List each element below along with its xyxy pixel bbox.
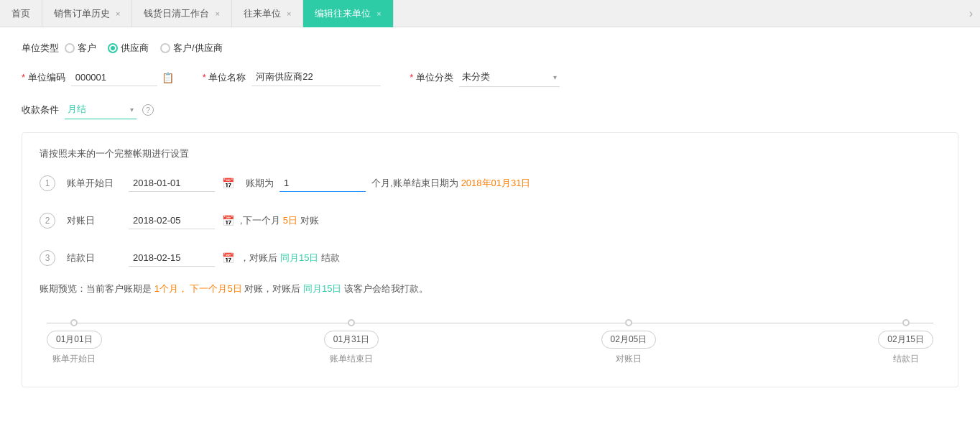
period-months-input[interactable] — [279, 175, 366, 192]
close-tab-edit-partner[interactable]: × — [376, 9, 381, 18]
timeline-dot-1 — [70, 319, 78, 326]
unit-code-input[interactable] — [71, 69, 157, 86]
step-row-2: 2 对账日 📅 ,下一个月5日 对账 — [40, 212, 940, 229]
start-date-input[interactable] — [129, 175, 215, 192]
timeline-item-2: 01月31日 账单结束日 — [324, 310, 379, 365]
reconcile-date-input[interactable] — [129, 212, 215, 229]
close-tab-partner-units[interactable]: × — [287, 9, 291, 18]
unit-name-input[interactable] — [251, 69, 381, 86]
payment-prefix: ，对账后 — [240, 252, 277, 264]
period-settings-section: 请按照未来的一个完整帐期进行设置 1 账单开始日 📅 账期为 个月,账单结束日期… — [22, 132, 958, 387]
step-label-1: 账单开始日 — [67, 177, 117, 190]
reconcile-day-highlight: 5日 — [283, 214, 297, 227]
tab-more-button[interactable]: › — [962, 7, 980, 20]
start-date-calendar-icon[interactable]: 📅 — [222, 178, 234, 189]
radio-circle-customer-supplier — [160, 43, 170, 53]
radio-customer-supplier[interactable]: 客户/供应商 — [160, 42, 223, 55]
timeline-items: 01月01日 账单开始日 01月31日 账单结束日 02月05日 对账日 — [47, 310, 933, 365]
unit-type-label: 单位类型 — [22, 42, 59, 55]
payment-terms-label: 收款条件 — [22, 104, 59, 116]
preview-reconcile-day: 下一个月5日 — [190, 283, 241, 294]
timeline-tag-2: 01月31日 — [324, 331, 379, 349]
unit-code-calendar-icon[interactable]: 📋 — [162, 72, 174, 83]
step-content-3: 📅 ，对账后 同月15日 结款 — [129, 249, 940, 267]
main-content: 单位类型 客户 供应商 客户/供应商 单位编码 📋 单位名称 — [0, 27, 980, 437]
unit-category-value: 未分类 — [462, 70, 550, 83]
period-end-date: 2018年01月31日 — [461, 177, 531, 190]
step-content-1: 📅 账期为 个月,账单结束日期为 2018年01月31日 — [129, 175, 940, 192]
radio-circle-customer — [65, 43, 75, 53]
unit-name-group: 单位名称 — [203, 69, 382, 86]
step-row-1: 1 账单开始日 📅 账期为 个月,账单结束日期为 2018年01月31日 — [40, 175, 940, 192]
timeline-dot-2 — [348, 319, 355, 326]
preview-end-text: 该客户会给我打款。 — [344, 283, 428, 294]
timeline-label-2: 账单结束日 — [330, 353, 373, 365]
tab-home[interactable]: 首页 — [0, 0, 42, 27]
step-row-3: 3 结款日 📅 ，对账后 同月15日 结款 — [40, 249, 940, 267]
payment-date-calendar-icon[interactable]: 📅 — [222, 252, 234, 264]
help-icon[interactable]: ? — [142, 104, 154, 116]
timeline-dot-4 — [902, 319, 910, 326]
unit-category-dropdown[interactable]: 未分类 ▾ — [459, 68, 560, 87]
timeline-item-1: 01月01日 账单开始日 — [47, 310, 102, 365]
radio-label-customer-supplier: 客户/供应商 — [173, 42, 223, 55]
radio-label-supplier: 供应商 — [121, 42, 149, 55]
step-content-2: 📅 ,下一个月5日 对账 — [129, 212, 940, 229]
radio-circle-supplier — [108, 43, 118, 53]
reconcile-prefix: ,下一个月 — [240, 214, 280, 227]
section-instruction: 请按照未来的一个完整帐期进行设置 — [40, 147, 940, 160]
payment-terms-dropdown[interactable]: 月结 ▾ — [65, 100, 137, 119]
tab-sales-history[interactable]: 销售订单历史 × — [42, 0, 132, 27]
preview-label: 账期预览：当前客户账期是 — [40, 283, 152, 294]
timeline-dot-3 — [625, 319, 632, 326]
unit-name-label: 单位名称 — [203, 71, 246, 84]
close-tab-sales-history[interactable]: × — [116, 9, 120, 18]
reconcile-date-calendar-icon[interactable]: 📅 — [222, 215, 234, 226]
tab-cash-clearance[interactable]: 钱货日清工作台 × — [132, 0, 231, 27]
preview-text-row: 账期预览：当前客户账期是 1个月， 下一个月5日 对账，对账后 同月15日 该客… — [40, 274, 940, 295]
payment-day-highlight: 同月15日 — [280, 252, 318, 264]
unit-category-group: 单位分类 未分类 ▾ — [410, 68, 560, 87]
step-label-3: 结款日 — [67, 252, 117, 264]
payment-terms-row: 收款条件 月结 ▾ ? — [22, 100, 958, 119]
period-suffix: 个月,账单结束日期为 — [371, 177, 458, 190]
tab-bar: 首页 销售订单历史 × 钱货日清工作台 × 往来单位 × 编辑往来单位 × › — [0, 0, 980, 27]
radio-label-customer: 客户 — [78, 42, 96, 55]
tab-partner-units[interactable]: 往来单位 × — [232, 0, 303, 27]
radio-supplier[interactable]: 供应商 — [108, 42, 149, 55]
unit-type-row: 单位类型 客户 供应商 客户/供应商 — [22, 42, 958, 55]
unit-info-row: 单位编码 📋 单位名称 单位分类 未分类 ▾ — [22, 68, 958, 87]
timeline-tag-4: 02月15日 — [878, 331, 933, 349]
step-num-2: 2 — [40, 213, 55, 229]
timeline-label-4: 结款日 — [893, 353, 919, 365]
unit-category-arrow-icon: ▾ — [553, 73, 557, 81]
timeline-label-3: 对账日 — [616, 353, 642, 365]
unit-code-label: 单位编码 — [22, 71, 65, 84]
unit-type-radio-group: 客户 供应商 客户/供应商 — [65, 42, 223, 55]
timeline-item-3: 02月05日 对账日 — [601, 310, 657, 365]
payment-terms-arrow-icon: ▾ — [130, 106, 134, 114]
payment-terms-value: 月结 — [68, 103, 127, 116]
timeline-item-4: 02月15日 结款日 — [878, 310, 933, 365]
step-num-1: 1 — [40, 175, 55, 191]
unit-code-group: 单位编码 📋 — [22, 69, 174, 86]
preview-months: 1个月， — [154, 283, 188, 294]
timeline-container: 01月01日 账单开始日 01月31日 账单结束日 02月05日 对账日 — [40, 310, 940, 365]
payment-suffix: 结款 — [321, 252, 340, 264]
preview-payment-day: 同月15日 — [303, 283, 341, 294]
unit-category-label: 单位分类 — [410, 71, 453, 84]
step-label-2: 对账日 — [67, 214, 117, 227]
step-num-3: 3 — [40, 250, 55, 266]
radio-customer[interactable]: 客户 — [65, 42, 96, 55]
payment-date-input[interactable] — [129, 249, 215, 267]
close-tab-cash-clearance[interactable]: × — [215, 9, 219, 18]
timeline-tag-3: 02月05日 — [601, 331, 657, 349]
reconcile-suffix: 对账 — [300, 214, 319, 227]
timeline-tag-1: 01月01日 — [47, 331, 102, 349]
preview-mid-text: 对账，对账后 — [244, 283, 303, 294]
timeline-label-1: 账单开始日 — [52, 353, 96, 365]
period-for-label: 账期为 — [246, 177, 274, 190]
tab-edit-partner[interactable]: 编辑往来单位 × — [303, 0, 393, 27]
